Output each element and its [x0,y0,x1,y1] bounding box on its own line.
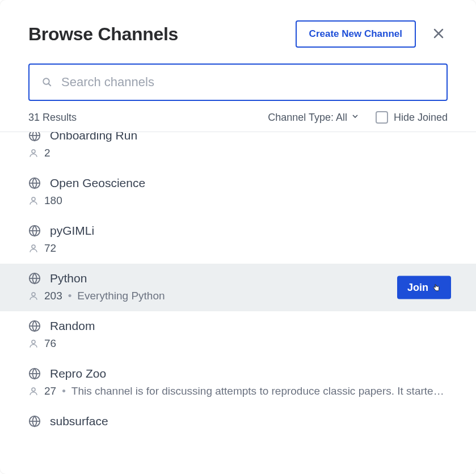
checkbox-icon [376,111,388,124]
channel-name: Random [50,319,95,333]
globe-icon [28,272,41,285]
svg-point-6 [32,150,35,153]
channel-name: subsurface [50,414,108,428]
globe-icon [28,177,41,189]
page-title: Browse Channels [28,24,178,45]
user-icon [28,338,39,349]
user-icon [28,196,39,206]
browse-channels-modal: Browse Channels Create New Channel 31 Re… [0,0,476,474]
channel-item[interactable]: Python 203 • Everything Python Join [0,264,476,311]
separator: • [68,290,72,302]
globe-icon [28,367,41,380]
member-count: 180 [44,194,62,207]
create-channel-button[interactable]: Create New Channel [296,20,416,48]
svg-line-3 [48,83,51,86]
channel-name: Onboarding Run [50,132,137,142]
channel-type-label: Channel Type: All [268,112,347,124]
close-button[interactable] [429,24,448,44]
member-count: 203 [44,290,62,302]
channel-item[interactable]: Open Geoscience 180 [0,168,476,216]
user-icon [28,386,39,396]
join-label: Join [407,282,428,294]
svg-point-9 [32,197,35,201]
channel-description: Everything Python [77,290,165,302]
globe-icon [28,225,41,237]
channel-item[interactable]: Onboarding Run 2 [0,132,476,168]
modal-header: Browse Channels Create New Channel 31 Re… [0,0,476,132]
channel-name: pyGIMLi [50,224,94,238]
user-icon [28,243,39,253]
chevron-down-icon [351,112,360,124]
user-icon [28,291,39,301]
join-button[interactable]: Join [397,276,451,299]
member-count: 27 [44,385,56,397]
svg-point-12 [32,245,35,248]
globe-icon [28,132,41,142]
pointer-cursor-icon [432,282,441,293]
separator: • [62,385,66,397]
search-input[interactable] [61,75,434,90]
channel-name: Open Geoscience [50,176,145,190]
channel-item[interactable]: pyGIMLi 72 [0,216,476,264]
member-count: 72 [44,242,56,255]
channel-description: This channel is for discussing attempts … [71,385,448,397]
globe-icon [28,415,41,428]
channel-name: Repro Zoo [50,367,106,380]
member-count: 76 [44,337,56,350]
channel-list[interactable]: Onboarding Run 2 Open Geoscience 180 [0,132,476,474]
close-icon [432,27,445,42]
channel-item[interactable]: subsurface [0,407,476,442]
channel-name: Python [50,272,87,285]
svg-point-18 [32,340,35,344]
results-count: 31 Results [28,112,77,124]
user-icon [28,148,39,158]
hide-joined-label: Hide Joined [394,112,448,124]
channel-item[interactable]: Repro Zoo 27 • This channel is for discu… [0,359,476,407]
channel-type-filter[interactable]: Channel Type: All [268,112,360,124]
member-count: 2 [44,147,50,159]
hide-joined-toggle[interactable]: Hide Joined [376,111,448,124]
svg-point-2 [43,78,49,84]
svg-point-21 [32,388,35,391]
channel-item[interactable]: Random 76 [0,311,476,359]
svg-point-15 [32,293,35,296]
globe-icon [28,320,41,332]
svg-point-4 [30,132,40,141]
search-icon [42,77,52,87]
filter-row: 31 Results Channel Type: All Hide Joined [28,111,448,132]
search-field-wrapper[interactable] [28,64,448,101]
